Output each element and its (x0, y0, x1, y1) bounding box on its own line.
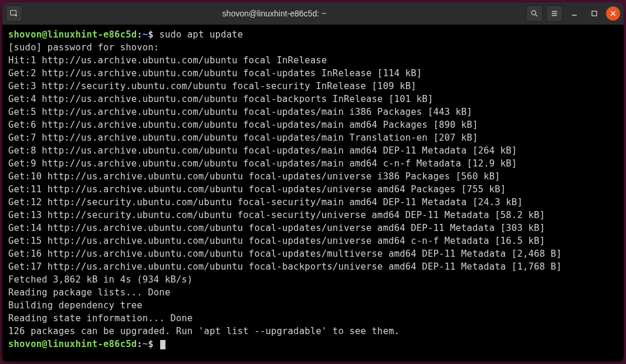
output-line: Fetched 3,862 kB in 4s (934 kB/s) (8, 274, 193, 285)
command-text: sudo apt update (159, 29, 243, 40)
output-line: Get:17 http://us.archive.ubuntu.com/ubun… (8, 261, 562, 272)
terminal-window: shovon@linuxhint-e86c5d: ~ (2, 2, 624, 362)
output-line: Get:9 http://us.archive.ubuntu.com/ubunt… (8, 158, 517, 169)
output-line: Get:10 http://us.archive.ubuntu.com/ubun… (8, 171, 500, 182)
output-line: Get:7 http://us.archive.ubuntu.com/ubunt… (8, 132, 478, 143)
cursor (160, 340, 165, 349)
output-line: 126 packages can be upgraded. Run 'apt l… (8, 326, 400, 336)
output-line: Get:6 http://us.archive.ubuntu.com/ubunt… (8, 120, 478, 130)
output-line: Get:8 http://us.archive.ubuntu.com/ubunt… (8, 145, 517, 156)
output-line: Get:4 http://us.archive.ubuntu.com/ubunt… (8, 94, 433, 104)
window-title: shovon@linuxhint-e86c5d: ~ (25, 9, 524, 18)
output-line: Get:13 http://security.ubuntu.com/ubuntu… (8, 210, 545, 220)
search-icon (530, 9, 539, 18)
output-line: Get:3 http://security.ubuntu.com/ubuntu … (8, 81, 417, 91)
prompt-colon: : (137, 29, 143, 40)
output-line: Building dependency tree (8, 300, 143, 311)
output-line: Reading package lists... Done (8, 287, 170, 298)
output-line: [sudo] password for shovon: (8, 42, 159, 53)
output-line: Get:14 http://us.archive.ubuntu.com/ubun… (8, 223, 545, 233)
hamburger-icon (550, 9, 559, 18)
prompt-path: ~ (143, 29, 148, 40)
new-tab-button[interactable] (6, 5, 22, 22)
maximize-icon (590, 9, 599, 18)
prompt-user-host-2: shovon@linuxhint-e86c5d (8, 339, 137, 349)
svg-point-3 (532, 11, 536, 15)
svg-rect-9 (592, 11, 597, 16)
minimize-icon (570, 9, 579, 18)
prompt-dollar: $ (148, 29, 154, 40)
new-tab-icon (10, 9, 18, 18)
prompt-colon-2: : (137, 339, 143, 349)
output-line: Get:16 http://us.archive.ubuntu.com/ubun… (8, 249, 562, 259)
prompt-path-2: ~ (143, 339, 148, 349)
output-line: Hit:1 http://us.archive.ubuntu.com/ubunt… (8, 55, 327, 66)
maximize-button[interactable] (586, 5, 603, 22)
output-line: Get:2 http://us.archive.ubuntu.com/ubunt… (8, 68, 422, 79)
output-line: Reading state information... Done (8, 313, 193, 324)
close-icon (610, 10, 617, 17)
output-line: Get:15 http://us.archive.ubuntu.com/ubun… (8, 236, 545, 246)
svg-rect-0 (11, 11, 16, 15)
svg-line-4 (536, 15, 537, 16)
close-button[interactable] (606, 6, 620, 21)
minimize-button[interactable] (566, 5, 583, 22)
search-button[interactable] (526, 5, 543, 22)
output-line: Get:5 http://us.archive.ubuntu.com/ubunt… (8, 107, 472, 117)
titlebar: shovon@linuxhint-e86c5d: ~ (2, 2, 624, 25)
prompt-dollar-2: $ (148, 339, 154, 349)
output-line: Get:11 http://us.archive.ubuntu.com/ubun… (8, 184, 506, 195)
menu-button[interactable] (546, 5, 563, 22)
output-line: Get:12 http://security.ubuntu.com/ubuntu… (8, 197, 523, 207)
prompt-user-host: shovon@linuxhint-e86c5d (8, 29, 137, 40)
terminal-output[interactable]: shovon@linuxhint-e86c5d:~$ sudo apt upda… (2, 25, 624, 362)
